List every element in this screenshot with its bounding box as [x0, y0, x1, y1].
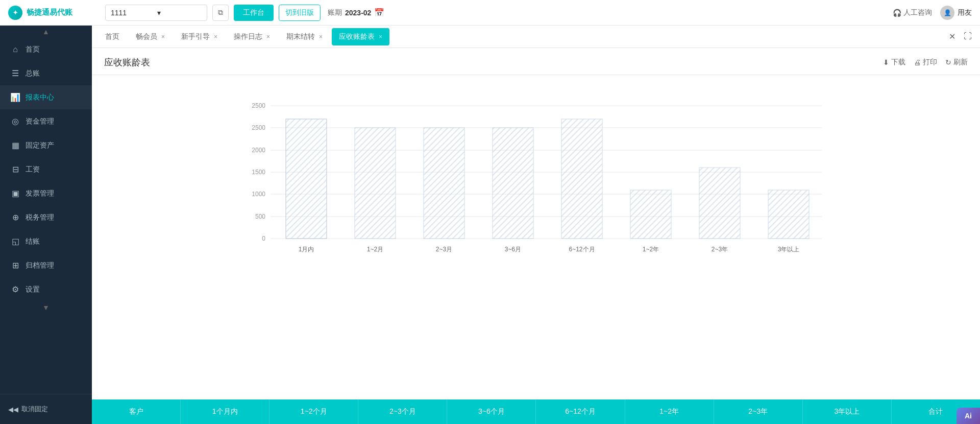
company-name: 1111: [111, 9, 127, 17]
cancel-fixed-label: 取消固定: [21, 405, 48, 414]
consult-button[interactable]: 🎧 人工咨询: [893, 8, 932, 17]
svg-text:1~2月: 1~2月: [367, 246, 383, 253]
svg-text:3年以上: 3年以上: [778, 246, 800, 253]
calendar-icon[interactable]: 📅: [374, 8, 384, 17]
svg-rect-18: [493, 128, 533, 239]
close-all-button[interactable]: ✕: [947, 30, 958, 43]
page-actions: ⬇ 下载 🖨 打印 ↻ 刷新: [883, 58, 968, 67]
svg-rect-15: [286, 119, 327, 239]
svg-text:1月内: 1月内: [299, 246, 314, 253]
svg-text:1500: 1500: [252, 169, 265, 176]
ai-badge[interactable]: Ai: [957, 408, 980, 424]
logo-text: 畅捷通易代账: [27, 8, 72, 17]
sidebar-label-invoice: 发票管理: [26, 189, 54, 198]
sidebar-item-assets[interactable]: ▦ 固定资产: [0, 133, 92, 157]
tab-member[interactable]: 畅会员 ×: [129, 28, 172, 45]
sidebar-item-ledger[interactable]: ☰ 总账: [0, 61, 92, 85]
table-header-cell: 1~2个月: [270, 399, 358, 424]
page-header: 应收账龄表 ⬇ 下载 🖨 打印 ↻ 刷新: [92, 48, 980, 75]
bar-chart: 0 500 1000 1500 2000 2500 2500: [104, 85, 968, 269]
user-avatar: 👤: [940, 6, 954, 20]
cancel-fixed-button[interactable]: ◀◀ 取消固定: [0, 399, 92, 419]
tab-aging-close[interactable]: ×: [379, 33, 382, 40]
tab-guide-close[interactable]: ×: [214, 33, 217, 40]
sidebar-item-settings[interactable]: ⚙ 设置: [0, 277, 92, 301]
sidebar-label-settlement: 结账: [26, 237, 40, 246]
refresh-label: 刷新: [953, 58, 968, 67]
period-area: 账期 2023-02 📅: [328, 8, 384, 17]
tab-oplog-label: 操作日志: [234, 32, 262, 41]
settings-icon: ⚙: [10, 285, 20, 294]
sidebar-scroll-down[interactable]: ▼: [0, 301, 92, 314]
print-icon: 🖨: [914, 58, 921, 66]
tab-oplog[interactable]: 操作日志 ×: [227, 28, 277, 45]
sidebar-label-funds: 资金管理: [26, 117, 54, 126]
headset-icon: 🎧: [893, 9, 901, 17]
period-label: 账期: [328, 8, 342, 17]
table-header-cell: 2~3年: [714, 399, 803, 424]
tab-period-end[interactable]: 期末结转 ×: [279, 28, 330, 45]
refresh-button[interactable]: ↻ 刷新: [945, 58, 968, 67]
period-value: 2023-02: [345, 9, 371, 17]
svg-text:2~3月: 2~3月: [436, 246, 452, 253]
tax-icon: ⊕: [10, 213, 20, 222]
download-button[interactable]: ⬇ 下载: [883, 58, 905, 67]
svg-rect-19: [561, 119, 602, 239]
table-header-cell: 1个月内: [181, 399, 270, 424]
svg-text:1000: 1000: [252, 191, 265, 198]
chart-section: 0 500 1000 1500 2000 2500 2500: [92, 75, 980, 399]
sidebar-item-funds[interactable]: ◎ 资金管理: [0, 109, 92, 133]
tab-guide[interactable]: 新手引导 ×: [174, 28, 225, 45]
copy-icon: ⧉: [218, 8, 223, 17]
sidebar-item-archive[interactable]: ⊞ 归档管理: [0, 253, 92, 277]
sidebar-item-settlement[interactable]: ◱ 结账: [0, 229, 92, 253]
tab-aging[interactable]: 应收账龄表 ×: [332, 28, 389, 45]
download-icon: ⬇: [883, 58, 889, 66]
copy-button[interactable]: ⧉: [212, 5, 229, 21]
table-header-cell: 客户: [92, 399, 181, 424]
salary-icon: ⊟: [10, 164, 20, 174]
tab-aging-label: 应收账龄表: [339, 32, 375, 41]
tab-home[interactable]: 首页: [98, 28, 127, 45]
tab-member-label: 畅会员: [136, 32, 157, 41]
user-name: 用友: [958, 8, 972, 17]
svg-rect-20: [630, 190, 671, 239]
funds-icon: ◎: [10, 116, 20, 126]
sidebar-item-home[interactable]: ⌂ 首页: [0, 38, 92, 61]
sidebar-scroll-up[interactable]: ▲: [0, 26, 92, 38]
main-layout: ▲ ⌂ 首页 ☰ 总账 📊 报表中心 ◎ 资金管理 ▦ 固定资产 ⊟ 工资 ▣ …: [0, 26, 980, 424]
assets-icon: ▦: [10, 140, 20, 150]
sidebar-label-salary: 工资: [26, 165, 40, 174]
sidebar-item-invoice[interactable]: ▣ 发票管理: [0, 181, 92, 205]
sidebar-item-reports[interactable]: 📊 报表中心: [0, 85, 92, 109]
table-header-cell: 1~2年: [625, 399, 714, 424]
workbench-button[interactable]: 工作台: [234, 5, 274, 21]
sidebar-label-tax: 税务管理: [26, 213, 54, 222]
sidebar-item-salary[interactable]: ⊟ 工资: [0, 157, 92, 181]
tab-home-label: 首页: [105, 32, 119, 41]
tab-period-end-close[interactable]: ×: [319, 33, 323, 40]
tab-oplog-close[interactable]: ×: [266, 33, 270, 40]
print-button[interactable]: 🖨 打印: [914, 58, 937, 67]
tab-member-close[interactable]: ×: [161, 33, 165, 40]
tab-guide-label: 新手引导: [181, 32, 210, 41]
sidebar-item-tax[interactable]: ⊕ 税务管理: [0, 205, 92, 229]
settlement-icon: ◱: [10, 237, 20, 246]
svg-text:500: 500: [255, 213, 265, 220]
reports-icon: 📊: [10, 92, 20, 102]
svg-rect-16: [355, 128, 396, 239]
expand-button[interactable]: ⛶: [962, 30, 974, 43]
sidebar-label-archive: 归档管理: [26, 261, 54, 270]
user-area[interactable]: 👤 用友: [940, 6, 972, 20]
sidebar-label-ledger: 总账: [26, 69, 40, 78]
pin-icon: ◀◀: [8, 406, 18, 413]
svg-text:0: 0: [262, 235, 265, 242]
svg-text:3~6月: 3~6月: [505, 246, 521, 253]
tab-actions: ✕ ⛶: [947, 30, 974, 43]
company-dropdown-icon: ▾: [157, 9, 161, 17]
sidebar-label-reports: 报表中心: [26, 93, 54, 102]
old-version-button[interactable]: 切到旧版: [279, 5, 321, 21]
page-title: 应收账龄表: [104, 56, 150, 68]
tab-period-end-label: 期末结转: [286, 32, 315, 41]
company-select[interactable]: 1111 ▾: [105, 5, 207, 21]
